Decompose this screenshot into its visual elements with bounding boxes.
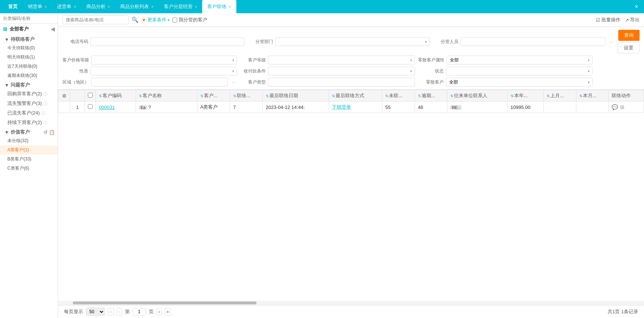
nav-tab-sales-close[interactable]: × <box>44 4 47 9</box>
sidebar-item-repurchase-abnormal[interactable]: 回购异常客户(2) ⓘ <box>0 89 58 99</box>
cell-last-contact-method[interactable]: 下销货单 <box>329 102 382 113</box>
bottom-scrollbar[interactable] <box>58 301 644 305</box>
my-customers-checkbox[interactable] <box>172 18 177 22</box>
sidebar-item-churned[interactable]: 已流失客户(24) ⓘ <box>0 108 58 118</box>
sidebar-item-declining[interactable]: 持续下滑客户(2) ⓘ <box>0 118 58 127</box>
qrcode-icon[interactable]: ⊞ <box>620 104 625 110</box>
manager-input[interactable] <box>461 37 605 46</box>
select-all-checkbox[interactable] <box>88 93 93 98</box>
page-input[interactable] <box>133 308 146 315</box>
col-last-contact-method[interactable]: ⇅最后联络方式 <box>329 90 382 102</box>
manager-more-btn[interactable]: ··· <box>608 39 615 45</box>
sidebar-item-class-b[interactable]: B类客户(33) <box>0 155 58 164</box>
nav-tab-customer-contact[interactable]: 客户联络 × <box>202 0 236 13</box>
cell-no-contact: 55 <box>382 102 415 113</box>
col-no-contact[interactable]: ⇅未联... <box>382 90 415 102</box>
page-size-select[interactable]: 50 100 200 <box>86 308 105 316</box>
settings-button[interactable]: 设置 <box>618 42 640 53</box>
nav-tab-analysis[interactable]: 商品分析 × <box>81 0 115 13</box>
sidebar-group-pending-label: 待联络客户 <box>11 36 35 43</box>
retail-select[interactable]: 全部 <box>446 78 593 86</box>
col-this-month[interactable]: ⇅本月... <box>576 90 608 102</box>
sidebar-item-churn-warning[interactable]: 流失预警客户(3) ⓘ <box>0 99 58 108</box>
sidebar-group-problem[interactable]: ▼ 问题客户 <box>0 80 58 89</box>
price-grade-select[interactable] <box>91 56 237 64</box>
filter-search-input[interactable] <box>62 15 129 24</box>
nav-tab-analysis-list[interactable]: 商品分析列表 × <box>115 0 158 13</box>
region-input[interactable] <box>91 78 228 86</box>
nav-tab-analysis-list-close[interactable]: × <box>151 4 153 9</box>
nav-tab-purchase[interactable]: 进货单 × <box>52 0 81 13</box>
col-this-year[interactable]: ⇅本年... <box>507 90 544 102</box>
query-button[interactable]: 查询 <box>618 30 640 41</box>
value-group-settings-icon[interactable]: 📋 <box>49 130 55 135</box>
nav-tab-home[interactable]: 首页 <box>3 0 23 13</box>
col-last-contact-date[interactable]: ⇅最后联络日期 <box>262 90 329 102</box>
sidebar-item-7days-pending[interactable]: 近7天待联络(0) <box>0 62 58 71</box>
col-last-month[interactable]: ⇅上月... <box>544 90 576 102</box>
nav-tab-customer-contact-label: 客户联络 <box>207 3 226 10</box>
company-contacts-blurred: RE . <box>450 105 461 110</box>
col-code[interactable]: ⇅客户编码 <box>96 90 136 102</box>
nav-tab-sales[interactable]: 销货单 × <box>23 0 52 13</box>
col-settings[interactable]: ⚙ <box>58 90 70 102</box>
customer-type-input[interactable] <box>268 78 415 86</box>
contact-method-link[interactable]: 下销货单 <box>332 104 351 110</box>
cell-code[interactable]: 000031 <box>96 102 136 113</box>
cell-company-contacts: RE . <box>447 102 507 113</box>
filter-field-manager: 分管人员 ··· <box>433 37 615 46</box>
sidebar-item-overdue-pending[interactable]: 逾期未联络(30) <box>0 71 58 80</box>
col-company-contacts[interactable]: ⇅往来单位联系人 <box>447 90 507 102</box>
table-scroll-wrapper[interactable]: ⚙ ⇅客户编码 ⇅客户名称 ⇅客户... ⇅联络... ⇅最后联络日期 ⇅最后联… <box>58 90 644 301</box>
nature-select[interactable] <box>90 67 237 75</box>
payment-label: 收付款条件 <box>240 68 266 74</box>
sidebar-item-class-c[interactable]: C类客户(6) <box>0 164 58 173</box>
nav-tab-analysis-list-label: 商品分析列表 <box>120 3 149 10</box>
customer-code-link[interactable]: 000031 <box>99 105 115 110</box>
last-page-button[interactable]: » <box>165 308 171 315</box>
customer-grade-select[interactable] <box>268 56 415 64</box>
sidebar-item-today-pending[interactable]: 今天待联络(0) <box>0 43 58 53</box>
export-button[interactable]: ↗ 导出 <box>625 17 640 23</box>
retail-attr-select[interactable]: 全部 <box>447 56 593 64</box>
close-all-button[interactable]: × <box>632 3 641 10</box>
region-more-btn[interactable]: ··· <box>230 80 237 85</box>
sidebar-item-class-a[interactable]: A类客户(1) <box>0 145 58 155</box>
my-customers-checkbox-label[interactable]: 我分管的客户 <box>172 17 207 23</box>
payment-select[interactable] <box>268 67 415 75</box>
main-layout: 🔍 ⊞ 全部客户 ◀ ▼ 待联络客户 今天待联络(0) 明天待联络(1) 近7天… <box>0 13 644 318</box>
sidebar-item-tomorrow-pending[interactable]: 明天待联络(1) <box>0 53 58 62</box>
nav-tab-analysis-close[interactable]: × <box>108 4 110 9</box>
sidebar-all-customers[interactable]: ⊞ 全部客户 ◀ <box>0 24 58 35</box>
col-contacts[interactable]: ⇅联络... <box>230 90 262 102</box>
batch-operations-button[interactable]: ☑ 批量操作 <box>596 17 620 23</box>
next-page-button[interactable]: › <box>157 308 162 315</box>
col-overdue[interactable]: ⇅逾期... <box>415 90 447 102</box>
filter-more-conditions-button[interactable]: ▼ 更多条件 ▾ <box>142 17 169 23</box>
sidebar-item-ungrouped[interactable]: 未分组(32) <box>0 136 58 145</box>
nav-tab-customer-layer[interactable]: 客户分层经营 × <box>159 0 202 13</box>
sort-icon-name: ⇅ <box>139 94 142 98</box>
filter-search-button[interactable]: 🔍 <box>132 17 139 23</box>
col-grade[interactable]: ⇅客户... <box>197 90 230 102</box>
nav-tab-customer-contact-close[interactable]: × <box>229 4 231 9</box>
sort-icon-overdue: ⇅ <box>418 94 421 98</box>
nav-tab-purchase-close[interactable]: × <box>74 4 76 9</box>
sidebar-collapse-btn[interactable]: ◀ <box>51 26 55 32</box>
value-group-refresh-icon[interactable]: ↺ <box>43 130 47 135</box>
nav-tab-customer-layer-label: 客户分层经营 <box>164 3 193 10</box>
row-checkbox[interactable] <box>88 104 93 109</box>
sidebar-search-input[interactable] <box>3 16 58 21</box>
first-page-button[interactable]: « <box>108 308 114 315</box>
sidebar-group-pending[interactable]: ▼ 待联络客户 <box>0 35 58 43</box>
status-select[interactable] <box>446 67 593 75</box>
col-name[interactable]: ⇅客户名称 <box>136 90 197 102</box>
scrollbar-thumb[interactable] <box>73 301 257 304</box>
prev-page-button[interactable]: ‹ <box>117 308 122 315</box>
dept-select[interactable] <box>275 37 429 46</box>
sidebar-search: 🔍 <box>0 13 58 24</box>
chat-icon[interactable]: 💬 <box>612 104 618 110</box>
nav-tab-customer-layer-close[interactable]: × <box>195 4 197 9</box>
phone-input[interactable] <box>90 37 244 46</box>
sidebar-group-value[interactable]: ▼ 价值客户 ↺ 📋 <box>0 127 58 136</box>
